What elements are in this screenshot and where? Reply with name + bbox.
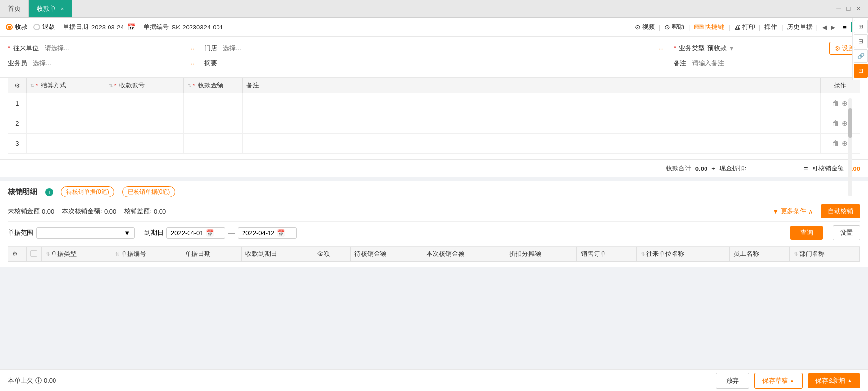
range-arrow-icon: ▼ <box>124 229 130 237</box>
current-label: 本次核销金额: <box>62 207 102 216</box>
store-more-btn[interactable]: ··· <box>658 45 664 52</box>
nav-prev-icon[interactable]: ◀ <box>822 24 827 31</box>
business-type-value: 预收款 <box>707 44 727 53</box>
cell-account-2[interactable] <box>105 113 183 134</box>
save-draft-button[interactable]: 保存草稿 ▲ <box>754 373 803 389</box>
verify-section: 核销明细 i 待核销单据(0笔) 已核销单据(0笔) 未核销金额 0.00 本次… <box>0 181 868 267</box>
radio-tuikuan[interactable]: 退款 <box>33 23 55 31</box>
sep4: | <box>759 24 760 31</box>
tab-close-icon[interactable]: × <box>61 6 64 12</box>
detail-settings-btn[interactable]: 设置 <box>833 225 860 240</box>
th-note: 备注 <box>242 78 820 93</box>
view-list-icon[interactable]: ≡ <box>840 22 850 32</box>
shortcut-icon: ⌨ <box>694 23 704 31</box>
partner-input[interactable] <box>42 43 186 53</box>
range-select[interactable]: ▼ <box>36 227 135 239</box>
delete-icon-2[interactable]: 🗑 <box>832 119 839 127</box>
discard-button[interactable]: 放弃 <box>716 373 749 389</box>
cell-settlement-2[interactable] <box>26 113 105 134</box>
cell-account-3[interactable] <box>105 134 183 154</box>
copy-icon-2[interactable]: ⊕ <box>842 119 848 127</box>
cell-amount-3[interactable] <box>183 134 242 154</box>
history-btn[interactable]: 历史单据 <box>787 23 813 31</box>
save-new-button[interactable]: 保存&新增 ▲ <box>808 373 860 388</box>
cell-amount-1[interactable] <box>183 93 242 113</box>
dth-due-date: 收款到期日 <box>241 247 313 262</box>
minimize-icon[interactable]: ─ <box>836 5 841 12</box>
right-tool-1[interactable]: ⊞ <box>854 20 868 33</box>
bottom-stat-label: 本单上欠 <box>8 376 33 385</box>
tab-pending[interactable]: 待核销单据(0笔) <box>61 186 114 197</box>
video-btn[interactable]: ⊙ 视频 <box>635 23 655 31</box>
staff-more-btn[interactable]: ··· <box>189 60 194 67</box>
abstract-input[interactable] <box>220 58 664 68</box>
current-value: 0.00 <box>104 208 116 215</box>
toolbar-actions: ⊙ 视频 | ⊙ 帮助 | ⌨ 快捷键 | 🖨 打印 | 操作 | <box>635 22 862 32</box>
date-from-input[interactable]: 2022-04-01 📅 <box>166 227 225 239</box>
calendar-icon[interactable]: 📅 <box>127 23 136 31</box>
right-tool-4[interactable]: ⊡ <box>854 64 868 78</box>
more-conditions-btn[interactable]: ▼ 更多条件 ∧ <box>772 207 813 216</box>
date-to-input[interactable]: 2022-04-12 📅 <box>238 227 297 239</box>
radio-shouquan[interactable]: 收款 <box>6 23 27 31</box>
staff-input[interactable] <box>30 58 186 68</box>
th-gear[interactable]: ⚙ <box>8 78 26 93</box>
query-btn[interactable]: 查询 <box>790 226 823 240</box>
tab-active[interactable]: 收款单 × <box>29 0 72 17</box>
cell-account-1[interactable] <box>105 93 183 113</box>
dth-type: ⇅ 单据类型 <box>41 247 111 262</box>
cell-note-1[interactable] <box>242 93 820 113</box>
sort-icon-account: ⇅ <box>109 83 113 88</box>
ops-btn[interactable]: 操作 <box>764 23 777 31</box>
cell-note-2[interactable] <box>242 113 820 134</box>
cell-ops-2: 🗑 ⊕ <box>820 113 860 134</box>
delete-icon-1[interactable]: 🗑 <box>832 99 839 107</box>
right-tool-3[interactable]: 🔗 <box>854 49 868 63</box>
tab-home[interactable]: 首页 <box>0 0 29 17</box>
scrollbar[interactable] <box>848 98 852 196</box>
help-btn[interactable]: ⊙ 帮助 <box>664 23 684 31</box>
uncancelled-label: 未核销金额 <box>8 207 40 216</box>
number-value: SK-20230324-001 <box>172 24 224 31</box>
radio-shouquan-label: 收款 <box>15 23 27 31</box>
cell-settlement-1[interactable] <box>26 93 105 113</box>
delete-icon-3[interactable]: 🗑 <box>832 140 839 147</box>
business-type-select[interactable]: 预收款 ▼ <box>707 44 826 53</box>
select-all-checkbox[interactable] <box>30 250 37 257</box>
bottom-info-icon[interactable]: ⓘ <box>35 376 42 385</box>
copy-icon-3[interactable]: ⊕ <box>842 140 848 147</box>
form-row-2: 业务员 ··· 摘要 备注 <box>8 58 860 68</box>
partner-field: * 往来单位 ··· <box>8 43 194 53</box>
copy-icon-1[interactable]: ⊕ <box>842 99 848 107</box>
cell-note-3[interactable] <box>242 134 820 154</box>
row-num-2: 2 <box>8 113 26 134</box>
table-row: 3 🗑 ⊕ <box>8 134 860 154</box>
cell-amount-2[interactable] <box>183 113 242 134</box>
th-settlement: ⇅ * 结算方式 <box>26 78 105 93</box>
close-icon[interactable]: × <box>856 5 860 12</box>
discount-input[interactable] <box>750 164 799 173</box>
dth-check <box>26 247 41 262</box>
right-tool-2[interactable]: ⊟ <box>854 34 868 48</box>
tab-done[interactable]: 已核销单据(0笔) <box>122 186 176 197</box>
scroll-thumb[interactable] <box>848 108 852 138</box>
th-ops: 操作 <box>820 78 860 93</box>
dth-date: 单据日期 <box>181 247 242 262</box>
store-input[interactable] <box>220 43 655 53</box>
dth-gear[interactable]: ⚙ <box>8 247 26 262</box>
verify-info-icon[interactable]: i <box>45 188 53 196</box>
nav-next-icon[interactable]: ▶ <box>831 24 836 31</box>
partner-more-btn[interactable]: ··· <box>189 45 194 52</box>
remarks-input[interactable] <box>689 58 860 68</box>
shortcut-btn[interactable]: ⌨ 快捷键 <box>694 23 724 31</box>
range-field: 单据范围 ▼ <box>8 227 135 239</box>
maximize-icon[interactable]: □ <box>847 5 851 12</box>
filter-row: 单据范围 ▼ 到期日 2022-04-01 📅 — 2022-04-12 📅 <box>8 221 860 244</box>
auto-cancel-btn[interactable]: 自动核销 <box>821 204 860 218</box>
save-new-arrow-icon: ▲ <box>847 378 852 383</box>
arrow-up-icon: ∧ <box>808 208 813 215</box>
print-btn[interactable]: 🖨 打印 <box>734 23 755 31</box>
window-controls: ─ □ × <box>828 5 868 12</box>
cell-settlement-3[interactable] <box>26 134 105 154</box>
help-label: 帮助 <box>672 23 684 31</box>
